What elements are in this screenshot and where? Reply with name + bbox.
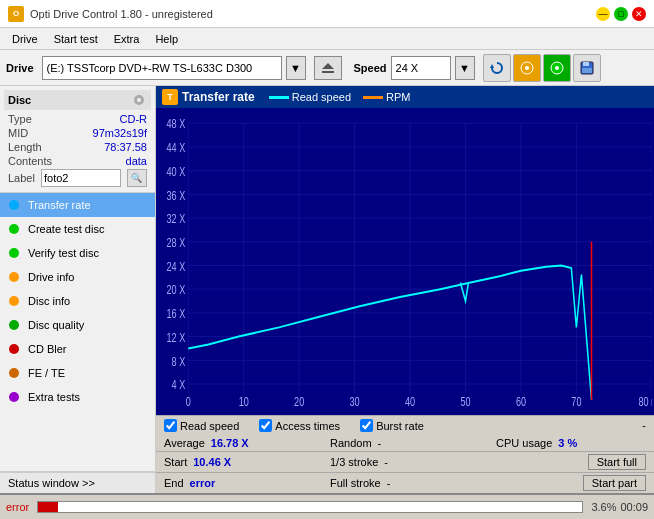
drive-dropdown-arrow[interactable]: ▼ [286, 56, 306, 80]
stat-end-value: error [190, 477, 216, 489]
svg-text:28 X: 28 X [167, 236, 186, 249]
nav-transfer-rate[interactable]: Transfer rate [0, 193, 155, 217]
svg-text:48 X: 48 X [167, 117, 186, 130]
eject-button[interactable] [314, 56, 342, 80]
minimize-button[interactable]: — [596, 7, 610, 21]
nav-create-test-disc-label: Create test disc [28, 223, 104, 235]
svg-marker-2 [490, 64, 494, 68]
stat-full-stroke-label: Full stroke [330, 477, 381, 489]
main-layout: Disc Type CD-R MID 97m32s19f Length 78:3… [0, 86, 654, 493]
stats-row-2: Start 10.46 X 1/3 stroke - Start full [156, 452, 654, 473]
disc-label-label: Label [8, 172, 35, 184]
nav-verify-test-disc-label: Verify test disc [28, 247, 99, 259]
status-window-label: Status window >> [8, 477, 95, 489]
menu-help[interactable]: Help [147, 31, 186, 47]
access-times-checkbox[interactable] [259, 419, 272, 432]
status-section: Status window >> [0, 471, 155, 493]
status-window-button[interactable]: Status window >> [0, 472, 155, 493]
transfer-rate-icon [6, 197, 22, 213]
start-full-button[interactable]: Start full [588, 454, 646, 470]
nav-disc-quality[interactable]: Disc quality [0, 313, 155, 337]
svg-rect-8 [583, 62, 589, 66]
title-bar: O Opti Drive Control 1.80 - unregistered… [0, 0, 654, 28]
svg-point-4 [525, 66, 529, 70]
extra-tests-icon [6, 389, 22, 405]
stat-start-label: Start [164, 456, 187, 468]
green-disc-icon [549, 60, 565, 76]
disc-section: Disc Type CD-R MID 97m32s19f Length 78:3… [0, 86, 155, 193]
read-speed-checkbox-label: Read speed [180, 420, 239, 432]
svg-point-11 [137, 98, 141, 102]
nav-cd-bler[interactable]: CD Bler [0, 337, 155, 361]
svg-text:80 min: 80 min [638, 395, 652, 408]
legend-read-speed-label: Read speed [292, 91, 351, 103]
chart-container: 48 X 44 X 40 X 36 X 32 X 28 X 24 X 20 X … [156, 108, 654, 415]
menu-drive[interactable]: Drive [4, 31, 46, 47]
nav-disc-info[interactable]: Disc info [0, 289, 155, 313]
status-bar: error 3.6% 00:09 [0, 493, 654, 519]
stat-onethird-label: 1/3 stroke [330, 456, 378, 468]
disc-mid-row: MID 97m32s19f [4, 126, 151, 140]
nav-create-test-disc[interactable]: Create test disc [0, 217, 155, 241]
chart-title-icon: T [162, 89, 178, 105]
status-progress-fill [38, 502, 58, 512]
save-button[interactable] [573, 54, 601, 82]
disc-label-input[interactable] [41, 169, 121, 187]
svg-text:20: 20 [294, 395, 304, 408]
nav-section: Transfer rate Create test disc Verify te… [0, 193, 155, 471]
disc-label-search-button[interactable]: 🔍 [127, 169, 147, 187]
svg-text:12 X: 12 X [167, 331, 186, 344]
sidebar: Disc Type CD-R MID 97m32s19f Length 78:3… [0, 86, 156, 493]
stat-end: End error [156, 473, 322, 493]
svg-rect-14 [158, 110, 652, 413]
disc-refresh-icon[interactable] [131, 92, 147, 108]
save-icon [579, 60, 595, 76]
checkbox-access-times[interactable]: Access times [259, 419, 340, 432]
stat-random-value: - [378, 437, 382, 449]
svg-text:44 X: 44 X [167, 141, 186, 154]
start-part-button[interactable]: Start part [583, 475, 646, 491]
status-progress-track [37, 501, 583, 513]
drive-select-display[interactable]: (E:) TSSTcorp DVD+-RW TS-L633C D300 [42, 56, 282, 80]
eject-icon [320, 60, 336, 76]
nav-verify-test-disc[interactable]: Verify test disc [0, 241, 155, 265]
chart-legend: Read speed RPM [269, 91, 411, 103]
speed-select-display[interactable]: 24 X [391, 56, 451, 80]
app-icon: O [8, 6, 24, 22]
nav-fe-te[interactable]: FE / TE [0, 361, 155, 385]
svg-text:20 X: 20 X [167, 283, 186, 296]
legend-read-speed-color [269, 96, 289, 99]
menu-extra[interactable]: Extra [106, 31, 148, 47]
disc-button[interactable] [513, 54, 541, 82]
disc-icon [519, 60, 535, 76]
nav-extra-tests[interactable]: Extra tests [0, 385, 155, 409]
stats-row-3: End error Full stroke - Start part [156, 473, 654, 493]
svg-point-6 [555, 66, 559, 70]
maximize-button[interactable]: □ [614, 7, 628, 21]
refresh-button[interactable] [483, 54, 511, 82]
disc-length-label: Length [8, 141, 42, 153]
chart-title: Transfer rate [182, 90, 255, 104]
checkbox-read-speed[interactable]: Read speed [164, 419, 239, 432]
stat-end-label: End [164, 477, 184, 489]
chart-title-bar: T Transfer rate [162, 89, 255, 105]
svg-text:16 X: 16 X [167, 307, 186, 320]
speed-dropdown-arrow[interactable]: ▼ [455, 56, 475, 80]
svg-text:T: T [167, 92, 173, 102]
svg-text:40 X: 40 X [167, 165, 186, 178]
nav-fe-te-label: FE / TE [28, 367, 65, 379]
disc-mid-label: MID [8, 127, 28, 139]
stat-cpu-value: 3 % [558, 437, 577, 449]
stat-random: Random - [322, 435, 488, 451]
nav-cd-bler-label: CD Bler [28, 343, 67, 355]
checkbox-burst-rate[interactable]: Burst rate [360, 419, 424, 432]
close-button[interactable]: ✕ [632, 7, 646, 21]
read-speed-checkbox[interactable] [164, 419, 177, 432]
svg-rect-1 [322, 71, 334, 73]
burst-rate-checkbox[interactable] [360, 419, 373, 432]
fe-te-icon [6, 365, 22, 381]
menu-start-test[interactable]: Start test [46, 31, 106, 47]
nav-drive-info[interactable]: Drive info [0, 265, 155, 289]
green-disc-button[interactable] [543, 54, 571, 82]
stat-onethird-value: - [384, 456, 388, 468]
